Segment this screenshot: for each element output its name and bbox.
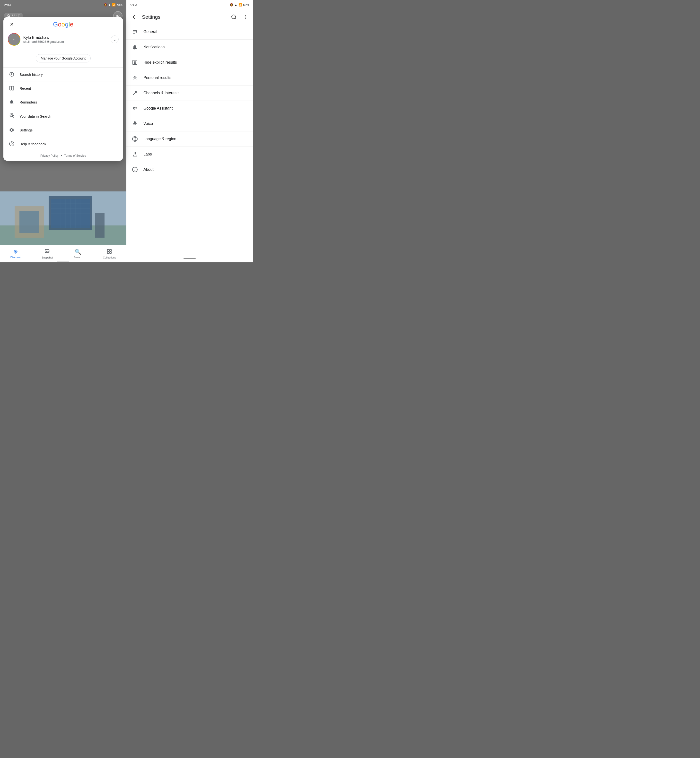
battery-left: 68% [117,3,122,6]
voice-label: Voice [144,122,153,126]
status-bar-right: 2:04 🔕 ▲ 📶 68% [127,0,253,10]
collections-label: Collections [103,256,116,259]
search-label: Search [73,256,82,259]
notifications-label: Notifications [144,45,164,49]
google-assistant-label: Google Assistant [144,106,173,111]
modal-logo-g2: g [65,21,68,28]
right-panel: 2:04 🔕 ▲ 📶 68% Settings [127,0,253,262]
svg-point-38 [135,107,137,109]
svg-rect-13 [51,199,90,228]
help-icon [8,140,15,147]
snapshot-label: Snapshot [42,256,53,259]
settings-item-labs[interactable]: Labs [127,147,253,162]
svg-rect-19 [108,249,109,251]
bell-muted-icon-right: 🔕 [230,3,233,6]
privacy-policy-link[interactable]: Privacy Policy [41,154,59,158]
settings-title: Settings [140,14,228,20]
settings-item-channels[interactable]: Channels & Interests [127,86,253,101]
svg-rect-10 [19,211,39,233]
modal-logo-o1: o [58,21,61,28]
help-label: Help & feedback [19,142,46,146]
search-history-icon [8,71,15,78]
svg-point-27 [245,18,246,19]
personal-results-icon [131,74,139,81]
settings-item-about[interactable]: About [127,162,253,177]
language-label: Language & region [144,137,176,141]
menu-item-help[interactable]: Help & feedback [3,137,123,151]
channels-icon [131,89,139,97]
status-icons-left: 🔕 ▲ 📶 68% [103,3,122,6]
back-button[interactable] [128,12,139,22]
svg-rect-22 [109,251,111,253]
reminders-label: Reminders [19,100,37,104]
avatar-text: az [12,38,16,41]
room-background-image [0,192,127,245]
settings-item-google-assistant[interactable]: Google Assistant [127,101,253,116]
settings-item-notifications[interactable]: Notifications [127,40,253,55]
modal-logo-o2: o [61,21,65,28]
about-icon [131,166,139,173]
svg-text:E: E [134,61,136,64]
settings-item-hide-explicit[interactable]: E Hide explicit results [127,55,253,70]
wifi-icon-left: ▲ [108,3,111,6]
privacy-footer: Privacy Policy • Terms of Service [3,151,123,161]
settings-item-general[interactable]: General [127,24,253,40]
svg-line-35 [133,92,136,95]
svg-rect-7 [0,192,127,245]
nav-item-collections[interactable]: Collections [100,247,119,260]
menu-item-recent[interactable]: Recent [3,81,123,95]
your-data-label: Your data in Search [19,114,51,118]
account-expand-button[interactable]: ⌄ [111,36,119,43]
bottom-nav: ✳ Discover Snapshot 🔍 Search [0,245,127,262]
menu-item-your-data[interactable]: Your data in Search [3,109,123,123]
discover-label: Discover [11,256,21,259]
settings-item-personal-results[interactable]: Personal results [127,70,253,86]
reminders-icon [8,99,15,105]
settings-item-voice[interactable]: Voice [127,116,253,131]
menu-item-settings[interactable]: Settings [3,123,123,137]
close-button[interactable]: ✕ [8,20,16,28]
status-bar-left: 2:04 🔕 ▲ 📶 68% [0,0,127,10]
voice-icon [131,120,139,127]
hide-explicit-icon: E [131,59,139,66]
nav-item-snapshot[interactable]: Snapshot [39,247,56,260]
signal-icon-right: 📶 [238,3,242,6]
home-indicator-left [57,261,69,261]
svg-rect-8 [0,225,127,245]
svg-rect-1 [10,86,11,90]
chevron-down-icon: ⌄ [113,37,117,42]
collections-icon [107,249,112,255]
signal-icon-left: 📶 [112,3,116,6]
time-right: 2:04 [130,3,138,7]
settings-more-button[interactable] [240,12,251,22]
recent-icon [8,85,15,92]
modal-logo-e: e [70,21,73,28]
hide-explicit-label: Hide explicit results [144,60,177,65]
settings-item-language[interactable]: Language & region [127,131,253,147]
personal-results-label: Personal results [144,76,171,80]
svg-rect-21 [108,251,109,253]
left-panel: 2:04 🔕 ▲ 📶 68% 🌤 58° F az Google ✕ [0,0,127,262]
settings-search-button[interactable] [228,12,239,22]
menu-item-reminders[interactable]: Reminders [3,95,123,109]
account-info: Kyle Bradshaw skullman555626@gmail.com [23,36,108,44]
svg-rect-12 [51,199,90,228]
nav-item-search[interactable]: 🔍 Search [71,247,85,260]
search-history-label: Search history [19,72,43,76]
svg-rect-11 [48,196,92,230]
footer-separator: • [61,154,62,158]
about-label: About [144,167,154,172]
settings-label: Settings [19,128,33,132]
svg-rect-14 [95,213,105,238]
svg-point-25 [245,15,246,16]
manage-account-button[interactable]: Manage your Google Account [36,54,91,62]
labs-icon [131,151,139,158]
general-icon [131,28,139,36]
general-label: General [144,30,157,34]
nav-item-discover[interactable]: ✳ Discover [8,247,24,260]
svg-line-24 [235,18,236,19]
terms-link[interactable]: Terms of Service [64,154,86,158]
svg-point-26 [245,17,246,17]
menu-item-search-history[interactable]: Search history [3,67,123,81]
account-avatar-ring: az [8,33,20,46]
